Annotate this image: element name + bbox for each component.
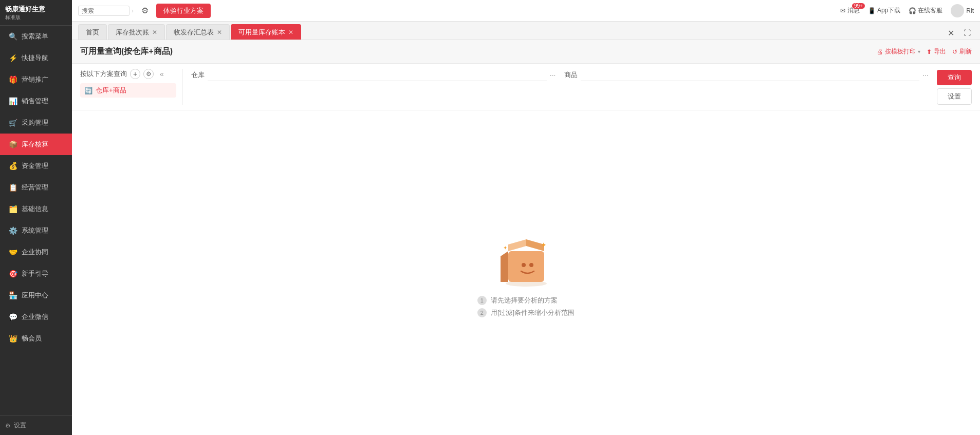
export-btn[interactable]: ⬆ 导出 [927, 47, 946, 56]
scheme-item-label: 仓库+商品 [96, 86, 126, 95]
sidebar-item-basic[interactable]: 🗂️基础信息 [0, 198, 72, 220]
customer-service-btn[interactable]: 🎧 在线客服 [909, 6, 942, 15]
sidebar-item-marketing[interactable]: 🎁营销推广 [0, 69, 72, 90]
logo-title: 畅康通好生意 [5, 5, 67, 14]
sidebar-item-guide[interactable]: 🎯新手引导 [0, 263, 72, 285]
sidebar-label-basic: 基础信息 [22, 204, 48, 214]
tabs-actions: ✕ ⛶ [944, 26, 974, 40]
svg-point-6 [529, 263, 533, 267]
filter-section: 仓库 ··· 商品 ··· [191, 69, 929, 105]
sidebar-item-inventory[interactable]: 📦库存核算 [0, 134, 72, 155]
scheme-item-warehouse-product[interactable]: 🔄 仓库+商品 [80, 83, 176, 98]
tab-label-batch: 库存批次账 [116, 28, 149, 37]
hint-num-2: 2 [477, 308, 487, 317]
sidebar-label-collab: 企业协同 [22, 248, 48, 257]
chevron-down-icon: ▾ [918, 49, 920, 54]
refresh-btn[interactable]: ↺ 刷新 [952, 47, 972, 56]
scheme-settings-btn[interactable]: ⚙ [143, 69, 154, 79]
message-icon: ✉ [840, 7, 845, 14]
shortcut-icon: ⚡ [8, 53, 17, 63]
user-info[interactable]: Rit [951, 4, 974, 17]
svg-text:✦: ✦ [503, 245, 507, 251]
sidebar-label-sales: 销售管理 [22, 97, 48, 106]
system-icon: ⚙️ [8, 226, 17, 235]
expand-btn[interactable]: ⛶ [960, 26, 974, 40]
sidebar-item-operations[interactable]: 📋经营管理 [0, 177, 72, 198]
export-icon: ⬆ [927, 48, 932, 55]
headset-icon: 🎧 [909, 7, 916, 14]
sidebar-label-system: 系统管理 [22, 226, 48, 235]
finance-icon: 💰 [8, 161, 17, 171]
tab-close-summary[interactable]: ✕ [217, 29, 222, 36]
sidebar-item-member[interactable]: 👑畅会员 [0, 328, 72, 349]
export-label: 导出 [934, 47, 946, 56]
guide-icon: 🎯 [8, 269, 17, 278]
tab-home[interactable]: 首页 [78, 24, 107, 40]
sidebar-label-apps: 应用中心 [22, 291, 48, 300]
product-input[interactable] [581, 69, 920, 81]
scheme-label: 按以下方案查询 [80, 69, 127, 79]
warehouse-more-icon[interactable]: ··· [550, 71, 556, 79]
svg-marker-3 [508, 239, 526, 251]
sidebar-logo: 畅康通好生意 标准版 [0, 0, 72, 26]
svg-text:✦: ✦ [541, 241, 547, 249]
industry-btn[interactable]: 体验行业方案 [156, 4, 211, 18]
close-tab-btn[interactable]: ✕ [944, 26, 957, 40]
sidebar-item-shortcut[interactable]: ⚡快捷导航 [0, 47, 72, 69]
sidebar-item-wechat[interactable]: 💬企业微信 [0, 306, 72, 328]
messages-btn[interactable]: ✉ 消息 99+ [840, 6, 860, 15]
collapse-btn[interactable]: « [157, 69, 167, 79]
sidebar-label-purchase: 采购管理 [22, 118, 48, 127]
topbar-search[interactable] [78, 6, 130, 16]
tab-label-summary: 收发存汇总表 [174, 28, 214, 37]
tab-available[interactable]: 可用量库存账本✕ [231, 24, 301, 40]
sidebar-item-finance[interactable]: 💰资金管理 [0, 155, 72, 177]
warehouse-filter: 仓库 ··· [191, 69, 556, 81]
topbar-right: ✉ 消息 99+ 📱 App下载 🎧 在线客服 Rit [840, 4, 974, 17]
apps-icon: 🏪 [8, 291, 17, 300]
svg-marker-2 [501, 251, 508, 282]
sidebar-item-purchase[interactable]: 🛒采购管理 [0, 112, 72, 134]
query-btn[interactable]: 查询 [937, 70, 972, 85]
print-btn[interactable]: 🖨 按模板打印 ▾ [877, 47, 920, 56]
member-icon: 👑 [8, 334, 17, 343]
tab-summary[interactable]: 收发存汇总表✕ [166, 24, 230, 40]
marketing-icon: 🎁 [8, 75, 17, 84]
print-icon: 🖨 [877, 48, 883, 55]
sidebar-bottom[interactable]: ⚙ 设置 [0, 415, 72, 435]
tab-batch[interactable]: 库存批次账✕ [108, 24, 165, 40]
page-content: 可用量查询(按仓库+商品) 🖨 按模板打印 ▾ ⬆ 导出 ↺ 刷新 [72, 40, 980, 435]
sidebar-label-operations: 经营管理 [22, 183, 48, 192]
sidebar-item-collab[interactable]: 🤝企业协同 [0, 241, 72, 263]
tab-close-available[interactable]: ✕ [288, 29, 293, 36]
user-name: Rit [966, 7, 974, 14]
topbar: › ⚙ 体验行业方案 ✉ 消息 99+ 📱 App下载 🎧 在线客服 Rit [72, 0, 980, 22]
hint-text-2: 用[过滤]条件来缩小分析范围 [491, 308, 575, 317]
phone-icon: 📱 [868, 7, 876, 14]
add-scheme-btn[interactable]: + [130, 69, 140, 79]
app-download-btn[interactable]: 📱 App下载 [868, 6, 900, 15]
collab-icon: 🤝 [8, 248, 17, 257]
warehouse-input[interactable] [208, 69, 547, 81]
purchase-icon: 🛒 [8, 118, 17, 127]
page-header: 可用量查询(按仓库+商品) 🖨 按模板打印 ▾ ⬆ 导出 ↺ 刷新 [72, 40, 980, 64]
sidebar-item-system[interactable]: ⚙️系统管理 [0, 220, 72, 241]
basic-icon: 🗂️ [8, 204, 17, 214]
sidebar-item-apps[interactable]: 🏪应用中心 [0, 285, 72, 306]
app-download-label: App下载 [877, 6, 900, 15]
refresh-icon: ↺ [952, 48, 957, 55]
sidebar-item-search[interactable]: 🔍搜索菜单 [0, 26, 72, 47]
sidebar-label-wechat: 企业微信 [22, 312, 48, 321]
settings-btn[interactable]: 设置 [937, 88, 972, 105]
tab-close-batch[interactable]: ✕ [152, 29, 157, 36]
product-more-icon[interactable]: ··· [922, 71, 929, 79]
sidebar-label-finance: 资金管理 [22, 161, 48, 171]
sidebar-item-sales[interactable]: 📊销售管理 [0, 90, 72, 112]
gear-icon[interactable]: ⚙ [138, 4, 152, 18]
inventory-icon: 📦 [8, 140, 17, 149]
action-buttons: 查询 设置 [937, 69, 972, 105]
empty-svg: ✦ ✦ [495, 228, 557, 290]
refresh-label: 刷新 [959, 47, 972, 56]
warehouse-label: 仓库 [191, 70, 205, 80]
sidebar-label-marketing: 营销推广 [22, 75, 48, 84]
